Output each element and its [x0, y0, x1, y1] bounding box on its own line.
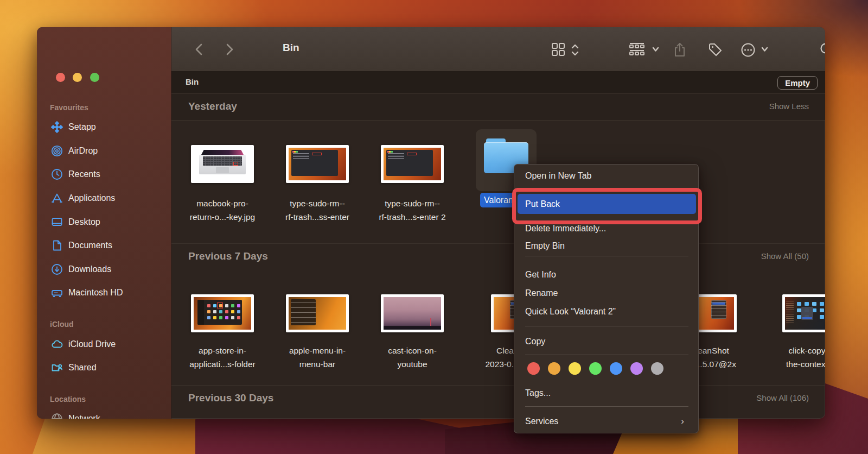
file-name-line2: applicati...s-folder	[174, 357, 271, 371]
shared-folder-icon	[51, 362, 63, 374]
tag-color-dot[interactable]	[548, 362, 560, 375]
document-icon	[51, 239, 63, 251]
menu-tag-colors	[527, 362, 663, 375]
close-button[interactable]	[56, 73, 65, 82]
file-thumbnail[interactable]	[381, 145, 444, 183]
file-name[interactable]: app-store-in-applicati...s-folder	[174, 344, 271, 371]
file-thumbnail[interactable]	[191, 294, 254, 332]
more-options-button[interactable]	[741, 42, 756, 58]
section-header-yesterday: Yesterday Show Less	[171, 94, 825, 121]
zoom-button[interactable]	[90, 73, 99, 82]
view-options-chevrons[interactable]	[571, 43, 579, 56]
desktop: { "colors": { "annotation_red": "#e4484a…	[0, 0, 868, 454]
file-thumbnail[interactable]	[286, 145, 349, 183]
group-by-chevron[interactable]	[652, 47, 659, 52]
file-name[interactable]: apple-menu-in-menu-bar	[269, 344, 366, 371]
sidebar-item-macintosh-hd[interactable]: Macintosh HD	[46, 283, 167, 302]
menu-item-rename[interactable]: Rename	[518, 284, 696, 302]
menu-item-get-info[interactable]: Get Info	[518, 266, 696, 283]
thumbnail-image	[384, 297, 441, 330]
tag-color-dot[interactable]	[651, 362, 663, 375]
sidebar-item-airdrop[interactable]: AirDrop	[46, 141, 167, 161]
sidebar-item-recents[interactable]: Recents	[46, 165, 167, 184]
location-label: Bin	[186, 77, 199, 86]
hard-drive-icon	[51, 287, 63, 299]
tags-button[interactable]	[707, 42, 723, 58]
tag-color-dot[interactable]	[630, 362, 643, 375]
sidebar-item-documents[interactable]: Documents	[46, 236, 167, 255]
group-view-icon	[629, 42, 645, 56]
file-name-line1: type-sudo-rm--	[269, 197, 366, 210]
airdrop-icon	[51, 145, 63, 157]
status-bar: Bin Empty	[171, 72, 825, 94]
menu-item-tags[interactable]: Tags...	[518, 384, 696, 402]
chevron-right-icon	[227, 45, 232, 54]
sidebar-item-icloud-drive[interactable]: iCloud Drive	[46, 335, 167, 354]
sidebar-item-label: Applications	[68, 193, 115, 203]
show-all-106-link[interactable]: Show All (106)	[756, 393, 809, 402]
menu-item-open-in-new-tab[interactable]: Open in New Tab	[518, 167, 696, 185]
file-thumbnail[interactable]	[286, 294, 349, 332]
sidebar-item-shared[interactable]: Shared	[46, 358, 167, 377]
section-header-prev30: Previous 30 Days Show All (106)	[171, 386, 825, 412]
search-icon	[820, 42, 825, 57]
menu-item-services[interactable]: Services›	[518, 412, 696, 430]
tag-color-dot[interactable]	[569, 362, 581, 375]
sidebar-item-setapp[interactable]: Setapp	[46, 117, 167, 137]
tag-color-dot[interactable]	[610, 362, 622, 375]
search-button[interactable]	[820, 42, 825, 57]
window-title: Bin	[283, 42, 299, 54]
thumbnail-image	[194, 297, 251, 330]
sidebar-section-header: Favourites	[50, 102, 88, 113]
menu-item-quick-look[interactable]: Quick Look “Valorant 2”	[518, 302, 696, 320]
sidebar-item-desktop[interactable]: Desktop	[46, 212, 167, 232]
forward-button[interactable]	[221, 41, 238, 58]
file-thumbnail[interactable]	[381, 294, 444, 332]
file-name[interactable]: Clea2023-0.	[437, 344, 514, 371]
share-button[interactable]	[673, 42, 686, 58]
desktop-icon	[51, 216, 63, 228]
sidebar-item-applications[interactable]: Applications	[46, 188, 167, 208]
file-thumbnail[interactable]	[782, 294, 825, 332]
sidebar-item-network[interactable]: Network	[46, 409, 167, 419]
sidebar-section-header: iCloud	[50, 319, 74, 330]
sidebar-item-label: Shared	[68, 363, 97, 373]
show-less-link[interactable]: Show Less	[769, 102, 809, 111]
sidebar-item-label: iCloud Drive	[68, 339, 116, 349]
thumbnail-image	[194, 148, 251, 180]
file-name-line1: Clea	[437, 344, 514, 357]
file-name[interactable]: click-copy-the-context-	[765, 344, 825, 371]
file-name[interactable]: macbook-pro-return-o...-key.jpg	[174, 197, 271, 224]
sidebar-item-label: Network	[68, 414, 100, 419]
show-all-50-link[interactable]: Show All (50)	[761, 251, 809, 261]
tag-color-dot[interactable]	[589, 362, 602, 375]
file-name-line2: rf-trash...ss-enter	[269, 210, 366, 224]
menu-item-delete-immediately[interactable]: Delete Immediately...	[518, 219, 696, 237]
context-menu: Open in New TabPut BackDelete Immediatel…	[514, 164, 699, 433]
back-button[interactable]	[190, 41, 207, 58]
tag-color-dot[interactable]	[527, 362, 540, 375]
minimize-button[interactable]	[73, 73, 82, 82]
file-name-line1: apple-menu-in-	[269, 344, 366, 357]
menu-item-copy[interactable]: Copy	[518, 332, 696, 350]
file-name-line1: macbook-pro-	[174, 197, 271, 210]
section-title: Yesterday	[188, 100, 237, 112]
file-thumbnail[interactable]	[191, 145, 254, 183]
file-name-line1: type-sudo-rm--	[363, 197, 461, 210]
app-store-icon	[51, 192, 63, 204]
menu-item-empty-bin[interactable]: Empty Bin	[518, 237, 696, 255]
section-title: Previous 7 Days	[188, 250, 268, 262]
thumbnail-image	[289, 297, 346, 330]
menu-item-put-back[interactable]: Put Back	[518, 194, 696, 214]
sidebar-item-label: Documents	[68, 241, 112, 250]
file-name[interactable]: type-sudo-rm--rf-trash...ss-enter	[269, 197, 366, 224]
empty-bin-button[interactable]: Empty	[777, 76, 818, 90]
menu-separator	[525, 406, 688, 407]
group-by-button[interactable]	[629, 42, 645, 56]
sidebar-item-downloads[interactable]: Downloads	[46, 260, 167, 279]
file-name[interactable]: type-sudo-rm--rf-trash...s-enter 2	[363, 197, 461, 224]
submenu-chevron-icon: ›	[681, 412, 684, 430]
icon-view-button[interactable]	[551, 42, 565, 56]
sidebar-item-label: Macintosh HD	[68, 288, 123, 298]
more-options-chevron[interactable]	[761, 47, 768, 52]
